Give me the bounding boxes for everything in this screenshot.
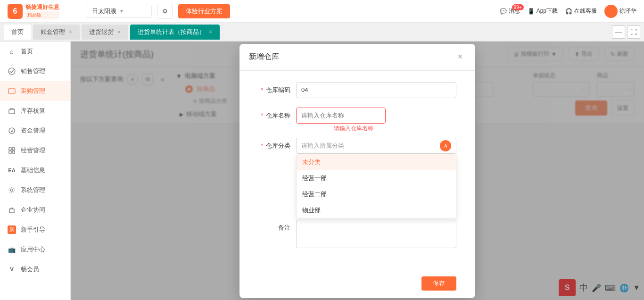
tab-accounts[interactable]: 账套管理 × bbox=[33, 25, 80, 40]
sales-icon bbox=[8, 67, 16, 75]
store-selector[interactable]: 日太阳膜 ▼ bbox=[86, 5, 152, 18]
svg-rect-7 bbox=[9, 151, 11, 153]
sidebar-purchase-label: 采购管理 bbox=[21, 87, 45, 95]
svg-rect-1 bbox=[8, 89, 15, 93]
sidebar: ⌂ 首页 销售管理 采购管理 库存核算 ¥ 资金管理 bbox=[0, 42, 71, 300]
sidebar-item-purchase[interactable]: 采购管理 bbox=[0, 81, 70, 101]
accounts-tab-close[interactable]: × bbox=[69, 29, 72, 35]
category-option-none[interactable]: 未分类 bbox=[297, 154, 456, 170]
operations-icon bbox=[8, 146, 16, 155]
gear-icon: ⚙ bbox=[162, 8, 168, 15]
logo-text: 畅捷通好生意 精品版 bbox=[25, 3, 59, 19]
name-input-wrapper: 请输入仓库名称 bbox=[296, 108, 456, 124]
sidebar-enterprise-label: 企业协同 bbox=[21, 206, 45, 214]
sidebar-item-finance[interactable]: ¥ 资金管理 bbox=[0, 121, 70, 141]
sidebar-guide-label: 新手引导 bbox=[21, 225, 45, 234]
svg-rect-5 bbox=[9, 148, 11, 150]
category-placeholder: 请输入所属分类 bbox=[301, 142, 344, 150]
sidebar-finance-label: 资金管理 bbox=[21, 126, 45, 135]
sidebar-item-sales[interactable]: 销售管理 bbox=[0, 61, 70, 81]
accounts-tab-label: 账套管理 bbox=[41, 28, 65, 36]
category-dropdown-trigger[interactable]: 请输入所属分类 ∧ bbox=[296, 138, 456, 154]
inventory-icon bbox=[8, 107, 16, 115]
svg-rect-10 bbox=[9, 209, 14, 213]
form-row-category: * 仓库分类 请输入所属分类 ∧ 未分类 经营一部 bbox=[258, 138, 456, 154]
messages-icon-item[interactable]: 💬 消息 99+ bbox=[500, 7, 520, 15]
modal-overlay: 新增仓库 × * 仓库编码 bbox=[71, 42, 644, 300]
online-service-item[interactable]: 🎧 在线客服 bbox=[565, 7, 597, 15]
phone-icon: 📱 bbox=[528, 8, 535, 15]
sidebar-item-home[interactable]: ⌂ 首页 bbox=[0, 42, 70, 61]
header-right: 💬 消息 99+ 📱 App下载 🎧 在线客服 徐泽华 bbox=[500, 5, 636, 18]
svg-rect-8 bbox=[12, 151, 15, 153]
save-button[interactable]: 保存 bbox=[421, 276, 456, 291]
sidebar-system-label: 系统管理 bbox=[21, 186, 45, 194]
header-center: 日太阳膜 ▼ ⚙ 体验行业方案 bbox=[86, 4, 492, 19]
category-dropdown-arrow: ∧ bbox=[440, 140, 451, 151]
sidebar-item-enterprise[interactable]: 企业协同 bbox=[0, 200, 70, 220]
username-label: 徐泽华 bbox=[619, 7, 636, 15]
app-download-item[interactable]: 📱 App下载 bbox=[528, 7, 558, 15]
code-input[interactable] bbox=[296, 82, 456, 98]
headset-icon: 🎧 bbox=[565, 8, 572, 15]
remarks-textarea[interactable] bbox=[296, 220, 456, 248]
tab-controls: — ⛶ bbox=[612, 25, 640, 39]
sidebar-bottom: ⚙ 🔊 bbox=[0, 280, 71, 296]
modal-header: 新增仓库 × bbox=[239, 44, 475, 71]
remarks-label: 备注 bbox=[258, 220, 296, 232]
svg-rect-6 bbox=[12, 148, 15, 150]
sidebar-item-vip[interactable]: V 畅会员 bbox=[0, 259, 70, 279]
add-warehouse-modal: 新增仓库 × * 仓库编码 bbox=[239, 44, 475, 298]
svg-point-0 bbox=[8, 68, 15, 75]
name-input[interactable] bbox=[296, 108, 386, 124]
guide-icon: 新 bbox=[8, 225, 16, 234]
category-label: * 仓库分类 bbox=[258, 138, 296, 150]
category-option-dept2[interactable]: 经营二部 bbox=[297, 186, 456, 202]
app-label: App下载 bbox=[537, 7, 558, 15]
sidebar-item-base-info[interactable]: EA 基础信息 bbox=[0, 160, 70, 180]
sidebar-apps-label: 应用中心 bbox=[21, 245, 45, 254]
tab-purchase-stat[interactable]: 进货单统计表（按商品） × bbox=[130, 25, 220, 40]
category-option-dept1[interactable]: 经营一部 bbox=[297, 170, 456, 186]
modal-body: * 仓库编码 * 仓库名称 bbox=[239, 71, 475, 269]
purchase-return-tab-close[interactable]: × bbox=[117, 29, 121, 35]
content-area: 进货单统计(按商品) 🖨 按模板打印 ▼ ⬆ 导出 ↻ bbox=[71, 42, 644, 300]
purchase-icon bbox=[8, 87, 16, 95]
sidebar-item-system[interactable]: 系统管理 bbox=[0, 180, 70, 200]
sidebar-home-label: 首页 bbox=[21, 47, 33, 56]
tab-home[interactable]: 首页 bbox=[4, 25, 31, 40]
enterprise-icon bbox=[8, 206, 16, 214]
modal-title: 新增仓库 bbox=[249, 52, 279, 62]
home-tab-label: 首页 bbox=[11, 28, 24, 36]
sidebar-item-apps[interactable]: 📺 应用中心 bbox=[0, 240, 70, 259]
store-selector-arrow: ▼ bbox=[119, 8, 124, 14]
sidebar-item-operations[interactable]: 经营管理 bbox=[0, 141, 70, 160]
top-header: 6 畅捷通好生意 精品版 日太阳膜 ▼ ⚙ 体验行业方案 💬 消息 99+ 📱 … bbox=[0, 0, 644, 23]
messages-badge: 99+ bbox=[512, 4, 524, 10]
vip-icon: V bbox=[8, 265, 16, 274]
svg-point-9 bbox=[11, 189, 13, 192]
sidebar-vip-label: 畅会员 bbox=[21, 265, 39, 274]
tab-minimize-button[interactable]: — bbox=[612, 25, 625, 39]
gear-button[interactable]: ⚙ bbox=[157, 4, 173, 19]
service-label: 在线客服 bbox=[574, 7, 597, 15]
user-avatar bbox=[604, 5, 618, 18]
category-option-property[interactable]: 物业部 bbox=[297, 202, 456, 218]
store-name: 日太阳膜 bbox=[92, 7, 116, 16]
trial-button[interactable]: 体验行业方案 bbox=[178, 4, 230, 18]
purchase-stat-tab-close[interactable]: × bbox=[209, 29, 212, 35]
tab-bar: 首页 账套管理 × 进货退货 × 进货单统计表（按商品） × — ⛶ bbox=[0, 23, 644, 42]
modal-footer: 保存 bbox=[239, 269, 475, 298]
message-icon: 💬 bbox=[500, 8, 507, 15]
finance-icon: ¥ bbox=[8, 126, 16, 135]
tab-expand-button[interactable]: ⛶ bbox=[627, 25, 640, 39]
user-item[interactable]: 徐泽华 bbox=[604, 5, 636, 18]
category-input-wrapper: 请输入所属分类 ∧ 未分类 经营一部 经营二部 物业部 bbox=[296, 138, 456, 154]
sidebar-item-inventory[interactable]: 库存核算 bbox=[0, 101, 70, 121]
base-info-icon: EA bbox=[8, 166, 16, 175]
purchase-stat-tab-label: 进货单统计表（按商品） bbox=[138, 28, 205, 36]
svg-text:¥: ¥ bbox=[10, 129, 13, 133]
sidebar-item-guide[interactable]: 新 新手引导 bbox=[0, 220, 70, 240]
modal-close-button[interactable]: × bbox=[454, 51, 466, 63]
tab-purchase-return[interactable]: 进货退货 × bbox=[82, 25, 128, 40]
